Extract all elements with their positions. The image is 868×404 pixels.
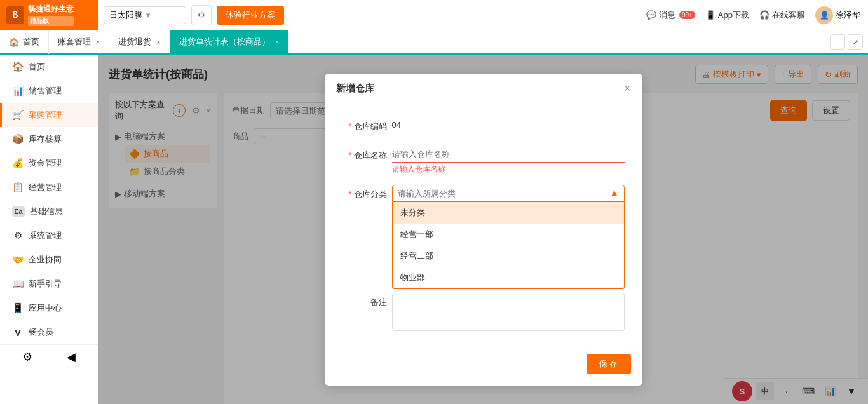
category-select-wrap: ▲ 未分类 经营一部 经营二部 bbox=[392, 185, 625, 202]
modal-close-button[interactable]: × bbox=[624, 83, 631, 94]
modal-body: 仓库编码 仓库名称 请输入仓库名称 bbox=[325, 104, 642, 347]
tab-purchase-stat[interactable]: 进货单统计表（按商品） × bbox=[170, 30, 288, 54]
category-option-2[interactable]: 经营二部 bbox=[393, 245, 624, 267]
trial-button[interactable]: 体验行业方案 bbox=[217, 6, 284, 25]
message-item[interactable]: 💬 消息 99+ bbox=[646, 10, 695, 21]
store-name: 日太阳膜 bbox=[109, 10, 144, 21]
tab-home[interactable]: 🏠 首页 bbox=[0, 30, 49, 54]
tab-controls: — ⤢ bbox=[830, 34, 868, 50]
tab-purchase-return-close[interactable]: × bbox=[156, 38, 160, 46]
sidebar-label-system: 系统管理 bbox=[29, 230, 62, 241]
modal-title: 新增仓库 bbox=[336, 83, 624, 95]
tab-accounts-label: 账套管理 bbox=[58, 36, 91, 48]
sidebar-collapse-icon[interactable]: ◀ bbox=[67, 350, 76, 364]
service-item[interactable]: 🎧 在线客服 bbox=[759, 10, 805, 21]
category-option-3[interactable]: 物业部 bbox=[393, 267, 624, 288]
notification-badge: 99+ bbox=[679, 11, 695, 19]
remark-row: 备注 bbox=[342, 293, 625, 331]
inventory-icon: 📦 bbox=[12, 133, 24, 145]
sidebar-item-vip[interactable]: V 畅会员 bbox=[0, 320, 98, 344]
name-row: 仓库名称 请输入仓库名称 bbox=[342, 146, 625, 175]
code-input-wrap bbox=[392, 117, 625, 133]
sidebar-item-apps[interactable]: 📱 应用中心 bbox=[0, 296, 98, 320]
save-button[interactable]: 保 存 bbox=[587, 354, 631, 374]
logo-icon: 6 bbox=[6, 6, 24, 24]
sidebar-item-guide[interactable]: 📖 新手引导 bbox=[0, 272, 98, 296]
sidebar-label-home: 首页 bbox=[29, 61, 45, 72]
gear-button[interactable]: ⚙ bbox=[191, 5, 212, 25]
code-label: 仓库编码 bbox=[342, 117, 387, 136]
app-label: App下载 bbox=[718, 10, 749, 21]
tab-accounts-close[interactable]: × bbox=[96, 38, 100, 46]
name-error-msg: 请输入仓库名称 bbox=[392, 164, 625, 175]
tab-purchase-return[interactable]: 进货退货 × bbox=[109, 30, 170, 54]
store-selector[interactable]: 日太阳膜 ▾ bbox=[104, 6, 186, 24]
name-label: 仓库名称 bbox=[342, 146, 387, 165]
sidebar-label-vip: 畅会员 bbox=[29, 327, 53, 338]
sidebar-label-purchase: 采购管理 bbox=[29, 109, 62, 121]
category-label: 仓库分类 bbox=[342, 185, 387, 204]
sidebar-item-purchase[interactable]: 🛒 采购管理 bbox=[0, 103, 98, 127]
purchase-icon: 🛒 bbox=[12, 109, 24, 121]
name-input[interactable] bbox=[392, 146, 625, 163]
tab-minimize-button[interactable]: — bbox=[830, 34, 845, 50]
message-label: 消息 bbox=[659, 10, 675, 21]
user-name: 徐泽华 bbox=[836, 10, 860, 21]
category-input[interactable] bbox=[392, 185, 625, 202]
category-option-0[interactable]: 未分类 bbox=[393, 202, 624, 224]
basic-icon: Ea bbox=[12, 206, 25, 217]
user-avatar-area[interactable]: 👤 徐泽华 bbox=[815, 6, 860, 24]
sidebar-item-collab[interactable]: 🤝 企业协同 bbox=[0, 248, 98, 272]
sidebar-item-finance[interactable]: 💰 资金管理 bbox=[0, 151, 98, 175]
category-arrow-icon[interactable]: ▲ bbox=[609, 187, 620, 199]
code-row: 仓库编码 bbox=[342, 117, 625, 136]
sidebar-label-operation: 经营管理 bbox=[29, 182, 62, 193]
sidebar-label-inventory: 库存核算 bbox=[29, 133, 62, 145]
content-area: 进货单统计(按商品) 🖨 按模板打印 ▾ ↑ 导出 ↻ 刷新 bbox=[98, 55, 868, 404]
guide-icon: 📖 bbox=[12, 278, 24, 290]
modal-header: 新增仓库 × bbox=[325, 74, 642, 104]
tab-home-text: 首页 bbox=[23, 36, 39, 48]
sidebar-label-finance: 资金管理 bbox=[29, 158, 62, 169]
modal-overlay: 新增仓库 × 仓库编码 仓库名称 bbox=[98, 55, 868, 404]
top-right: 💬 消息 99+ 📱 App下载 🎧 在线客服 👤 徐泽华 bbox=[646, 6, 860, 24]
avatar: 👤 bbox=[815, 6, 833, 24]
sidebar-label-sales: 销售管理 bbox=[29, 85, 62, 97]
sidebar-label-basic: 基础信息 bbox=[30, 206, 63, 217]
tab-expand-button[interactable]: ⤢ bbox=[848, 34, 863, 50]
app-download-item[interactable]: 📱 App下载 bbox=[705, 10, 749, 21]
sales-icon: 📊 bbox=[12, 85, 24, 97]
category-option-1[interactable]: 经营一部 bbox=[393, 224, 624, 245]
vip-icon: V bbox=[12, 327, 24, 338]
sidebar-label-apps: 应用中心 bbox=[29, 302, 62, 314]
logo-area: 6 畅捷通好生意 精品版 bbox=[0, 0, 98, 30]
nav-tabs: 🏠 首页 账套管理 × 进货退货 × 进货单统计表（按商品） × — ⤢ bbox=[0, 30, 868, 55]
sidebar-settings-icon[interactable]: ⚙ bbox=[22, 350, 32, 364]
sidebar-label-collab: 企业协同 bbox=[29, 254, 62, 266]
message-icon: 💬 bbox=[646, 10, 656, 20]
sidebar-item-sales[interactable]: 📊 销售管理 bbox=[0, 79, 98, 103]
sidebar-label-guide: 新手引导 bbox=[29, 278, 62, 290]
system-icon: ⚙ bbox=[12, 230, 24, 241]
apps-icon: 📱 bbox=[12, 302, 24, 314]
operation-icon: 📋 bbox=[12, 182, 24, 193]
remark-input[interactable] bbox=[392, 293, 625, 331]
tab-purchase-stat-label: 进货单统计表（按商品） bbox=[179, 36, 270, 48]
store-dropdown-icon: ▾ bbox=[146, 10, 180, 20]
tab-accounts[interactable]: 账套管理 × bbox=[49, 30, 109, 54]
home-icon: 🏠 bbox=[12, 61, 24, 72]
main-layout: 🏠 首页 📊 销售管理 🛒 采购管理 📦 库存核算 💰 资金管理 📋 经营管理 … bbox=[0, 55, 868, 404]
tab-home-label: 🏠 bbox=[9, 37, 19, 47]
code-input[interactable] bbox=[392, 117, 625, 133]
modal-footer: 保 存 bbox=[325, 347, 642, 386]
sidebar-item-home[interactable]: 🏠 首页 bbox=[0, 55, 98, 79]
sidebar-item-inventory[interactable]: 📦 库存核算 bbox=[0, 127, 98, 151]
sidebar-item-system[interactable]: ⚙ 系统管理 bbox=[0, 224, 98, 248]
headset-icon: 🎧 bbox=[759, 10, 770, 20]
collab-icon: 🤝 bbox=[12, 254, 24, 266]
sidebar-item-basic[interactable]: Ea 基础信息 bbox=[0, 199, 98, 224]
tab-purchase-return-label: 进货退货 bbox=[118, 36, 151, 48]
tab-purchase-stat-close[interactable]: × bbox=[275, 38, 279, 46]
gear-icon: ⚙ bbox=[198, 10, 205, 20]
sidebar-item-operation[interactable]: 📋 经营管理 bbox=[0, 175, 98, 199]
